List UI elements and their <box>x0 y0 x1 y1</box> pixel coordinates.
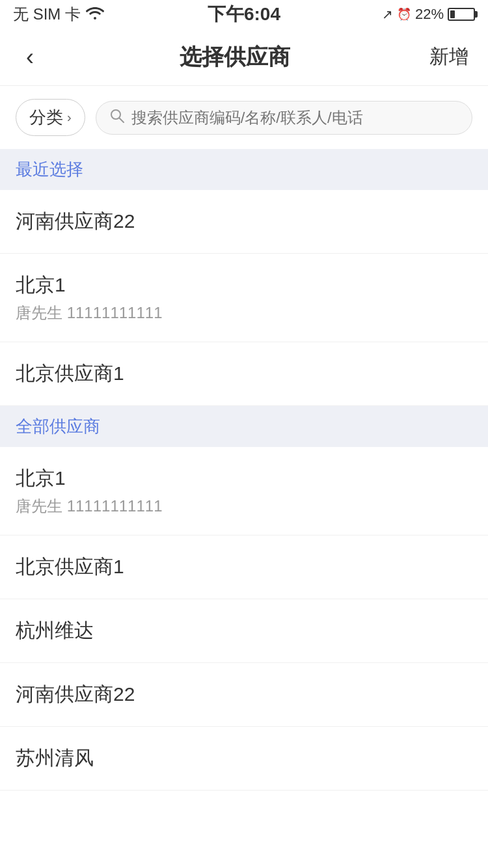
item-name: 苏州清风 <box>16 745 472 772</box>
item-name: 杭州维达 <box>16 617 472 644</box>
status-left: 无 SIM 卡 <box>13 4 104 25</box>
recent-list: 河南供应商22北京1唐先生 11111111111北京供应商1 <box>0 190 488 406</box>
battery-icon <box>448 8 475 21</box>
sim-text: 无 SIM 卡 <box>13 4 81 25</box>
search-box <box>96 101 472 135</box>
status-bar: 无 SIM 卡 下午6:04 ↗ ⏰ 22% <box>0 0 488 29</box>
all-list: 北京1唐先生 11111111111北京供应商1杭州维达河南供应商22苏州清风 <box>0 447 488 791</box>
list-item[interactable]: 北京1唐先生 11111111111 <box>0 254 488 342</box>
search-input[interactable] <box>131 109 459 127</box>
item-name: 北京供应商1 <box>16 360 472 387</box>
list-item[interactable]: 北京1唐先生 11111111111 <box>0 447 488 536</box>
list-item[interactable]: 苏州清风 <box>0 727 488 791</box>
battery-percent: 22% <box>415 6 444 23</box>
item-name: 北京供应商1 <box>16 554 472 580</box>
list-item[interactable]: 杭州维达 <box>0 599 488 663</box>
recent-section-header: 最近选择 <box>0 149 488 190</box>
status-right: ↗ ⏰ 22% <box>382 6 475 23</box>
item-name: 河南供应商22 <box>16 681 472 708</box>
item-name: 河南供应商22 <box>16 208 472 235</box>
item-name: 北京1 <box>16 465 472 492</box>
add-button[interactable]: 新增 <box>429 44 468 70</box>
category-label: 分类 <box>29 106 63 129</box>
list-item[interactable]: 北京供应商1 <box>0 536 488 599</box>
svg-line-1 <box>119 118 124 122</box>
list-item[interactable]: 河南供应商22 <box>0 663 488 727</box>
wifi-icon <box>86 5 104 23</box>
location-icon: ↗ <box>382 7 393 22</box>
item-sub: 唐先生 11111111111 <box>16 303 472 323</box>
all-section-header: 全部供应商 <box>0 406 488 447</box>
item-name: 北京1 <box>16 272 472 299</box>
status-time: 下午6:04 <box>208 2 280 27</box>
back-button[interactable]: ‹ <box>20 37 40 77</box>
alarm-icon: ⏰ <box>397 7 411 21</box>
search-icon <box>109 108 125 128</box>
page-title: 选择供应商 <box>180 42 290 72</box>
list-item[interactable]: 河南供应商22 <box>0 190 488 254</box>
item-sub: 唐先生 11111111111 <box>16 496 472 517</box>
filter-row: 分类 › <box>0 86 488 149</box>
list-item[interactable]: 北京供应商1 <box>0 342 488 406</box>
category-button[interactable]: 分类 › <box>16 99 85 136</box>
chevron-right-icon: › <box>67 110 72 125</box>
nav-bar: ‹ 选择供应商 新增 <box>0 29 488 86</box>
